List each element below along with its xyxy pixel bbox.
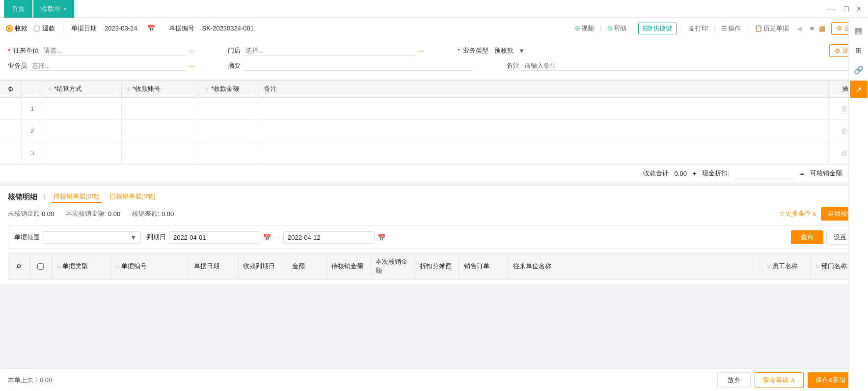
maximize-btn[interactable]: □: [841, 4, 852, 13]
nav-left-icon[interactable]: ◀: [795, 25, 804, 32]
row3-delete-icon[interactable]: 🗑: [841, 149, 848, 157]
row2-amount[interactable]: [200, 120, 259, 141]
date-from-input[interactable]: [169, 231, 260, 244]
t2-col-amount: 金额: [287, 253, 326, 279]
verify-title: 核销明细: [8, 193, 37, 202]
print-label: 打印: [695, 24, 708, 33]
calendar-to-icon[interactable]: 📅: [378, 234, 385, 241]
row2-settlement[interactable]: [43, 120, 122, 141]
save-draft-label: 保存草稿: [763, 376, 788, 385]
t2-sort-doctype[interactable]: ⇅: [56, 264, 60, 269]
row3-amount[interactable]: [200, 142, 259, 164]
t2-col-employee: ⇅ 员工名称: [761, 253, 811, 279]
verify-info-icon[interactable]: ℹ: [43, 194, 46, 201]
row3-remark[interactable]: [259, 142, 829, 164]
t2-col-check[interactable]: [30, 253, 52, 279]
t2-discount-label: 折扣分摊额: [420, 262, 452, 271]
col-account-label: *收款账号: [133, 84, 161, 93]
t2-sort-dept[interactable]: ⇅: [815, 264, 819, 269]
tab-home-label: 首页: [12, 4, 25, 13]
date-to-input[interactable]: [283, 231, 375, 244]
save-draft-dropdown-icon[interactable]: ∧: [790, 376, 795, 384]
history-btn[interactable]: 📋 历史单据: [753, 23, 791, 34]
radio-receipt[interactable]: 收款: [6, 24, 27, 33]
row1-delete-icon[interactable]: 🗑: [841, 105, 848, 112]
close-btn[interactable]: ×: [854, 4, 864, 13]
remarks-input[interactable]: [522, 61, 860, 71]
t2-check-all[interactable]: [37, 263, 44, 270]
verify-tab-done[interactable]: 已核销单据(0笔): [108, 191, 158, 203]
tab-bar: 首页 收款单 × — □ ×: [0, 0, 868, 18]
salesman-input[interactable]: [30, 61, 186, 71]
row3-settlement[interactable]: [43, 142, 122, 164]
doc-date-calendar-icon[interactable]: 📅: [147, 25, 155, 32]
video-btn[interactable]: ⊙ 视频: [573, 23, 596, 34]
store-input[interactable]: [244, 46, 415, 56]
right-sidebar: ▦ ⊞ 🔗 ↗: [848, 18, 868, 391]
doc-date-value: 2023-03-24: [105, 25, 137, 32]
query-btn[interactable]: 查询: [791, 230, 823, 244]
col-settlement-header: ⇅ *结算方式: [43, 81, 122, 97]
total-label: 收款合计: [643, 169, 669, 178]
store-field: 门店 ···: [228, 46, 424, 56]
counterpart-input[interactable]: [42, 46, 186, 56]
help-btn[interactable]: ⊙ 帮助: [605, 23, 628, 34]
t2-sort-employee[interactable]: ⇅: [766, 264, 770, 269]
tab-receipt[interactable]: 收款单 ×: [33, 0, 74, 18]
store-more-icon[interactable]: ···: [418, 47, 424, 55]
print-btn[interactable]: 🖨 打印: [686, 23, 710, 34]
chevron-up-icon: ∧: [812, 210, 817, 218]
tab-close-icon[interactable]: ×: [63, 6, 66, 12]
t2-docdate-label: 单据日期: [194, 262, 219, 271]
abandon-btn[interactable]: 放弃: [717, 372, 751, 388]
row3-account[interactable]: [122, 142, 200, 164]
unverified-value: 0.00: [42, 210, 54, 218]
help-label: 帮助: [614, 24, 626, 33]
more-conditions-label: 更多条件: [786, 209, 811, 218]
filter-icon: ▽: [780, 210, 785, 218]
t2-col-salesorder: 销售订单: [459, 253, 508, 279]
t2-col-thistime: 本次核销金额: [371, 253, 415, 279]
verify-tab-pending[interactable]: 待核销单据(0笔): [52, 191, 102, 203]
sidebar-icon-link[interactable]: 🔗: [850, 61, 868, 79]
shortcut-btn[interactable]: ⌨ 快捷键: [638, 23, 677, 34]
t2-col-settings[interactable]: ⚙: [8, 253, 30, 279]
info-circle-icon[interactable]: ℹ: [35, 376, 38, 384]
col-settings-icon[interactable]: ⚙: [0, 81, 22, 97]
due-date-label: 到期日: [147, 233, 166, 242]
save-new-label: 保存&新增: [815, 376, 845, 385]
counterpart-more-icon[interactable]: ···: [189, 47, 194, 55]
row1-amount[interactable]: [200, 98, 259, 119]
due-date-field: 到期日 📅 — 📅: [147, 231, 385, 244]
row2-account[interactable]: [122, 120, 200, 141]
sidebar-icon-grid[interactable]: ⊞: [850, 41, 868, 59]
salesman-more-icon[interactable]: ···: [189, 62, 194, 70]
sort-account-icon[interactable]: ⇅: [127, 86, 131, 92]
grid-view-icon[interactable]: ▦: [817, 24, 827, 33]
sort-amount-icon[interactable]: ⇅: [205, 86, 209, 92]
minimize-btn[interactable]: —: [825, 4, 839, 13]
sidebar-icon-expand[interactable]: ↗: [850, 81, 868, 98]
more-conditions-btn[interactable]: ▽ 更多条件 ∧: [780, 209, 817, 218]
radio-receipt-label: 收款: [15, 24, 27, 33]
table-row: 2 🗑 ⧉: [0, 120, 868, 142]
biz-type-dropdown-icon[interactable]: ▼: [518, 47, 525, 55]
save-draft-btn[interactable]: 保存草稿 ∧: [755, 372, 804, 388]
radio-refund[interactable]: 退款: [33, 24, 55, 33]
row1-account[interactable]: [122, 98, 200, 119]
sort-settlement-icon[interactable]: ⇅: [48, 86, 52, 92]
operation-btn[interactable]: ☰ 操作: [719, 23, 743, 34]
sidebar-icon-table[interactable]: ▦: [850, 22, 868, 39]
list-view-icon[interactable]: ≡: [808, 24, 816, 33]
t2-sort-docno[interactable]: ⇅: [115, 264, 119, 269]
row1-settlement[interactable]: [43, 98, 122, 119]
discount-input[interactable]: [735, 168, 794, 178]
row1-remark[interactable]: [259, 98, 829, 119]
row2-remark[interactable]: [259, 120, 829, 141]
calendar-from-icon[interactable]: 📅: [263, 234, 271, 241]
summary-input[interactable]: [244, 61, 473, 71]
tab-home[interactable]: 首页: [4, 0, 32, 18]
t2-col-pending: 待核销金额: [326, 253, 371, 279]
doc-range-select[interactable]: ▼: [43, 231, 141, 244]
row2-delete-icon[interactable]: 🗑: [841, 127, 848, 135]
